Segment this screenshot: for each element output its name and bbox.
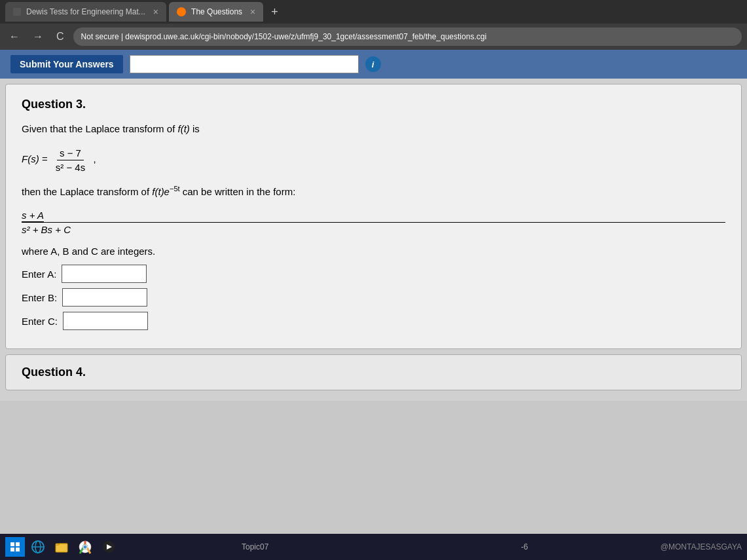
browser-chrome: Dewis Tests for Engineering Mat... × The… [0, 0, 747, 50]
start-button[interactable] [5, 537, 25, 557]
taskbar: Topic07 -6 @MONTAJESASGAYA [0, 534, 747, 560]
enter-a-input[interactable] [62, 265, 147, 283]
submit-button[interactable]: Submit Your Answers [10, 55, 123, 73]
where-text: where A, B and C are integers. [22, 246, 725, 257]
back-button[interactable]: ← [5, 28, 24, 45]
tab1-favicon [13, 8, 21, 16]
enter-c-label: Enter C: [22, 316, 58, 327]
taskbar-watermark: @MONTAJESASGAYA [661, 542, 742, 551]
media-player-icon[interactable] [98, 536, 119, 557]
address-bar[interactable] [73, 28, 742, 46]
nav-bar: ← → C [0, 24, 747, 50]
question3-intro: Given that the Laplace transform of f(t)… [22, 122, 725, 137]
question3-title: Question 3. [22, 98, 725, 111]
tab-bar: Dewis Tests for Engineering Mat... × The… [0, 0, 747, 24]
top-answer-field[interactable] [130, 55, 359, 73]
tab2-close[interactable]: × [250, 7, 255, 17]
question4-box: Question 4. [5, 354, 742, 390]
fs-formula: F(s) = s − 7 s² − 4s , [22, 147, 725, 173]
question4-title: Question 4. [22, 365, 725, 379]
ie-icon[interactable] [27, 536, 48, 557]
fraction-numerator: s − 7 [57, 147, 84, 160]
chrome-icon[interactable] [75, 536, 96, 557]
submit-bar: Submit Your Answers i [0, 50, 747, 79]
svg-rect-2 [10, 548, 14, 551]
tab-2[interactable]: The Questions × [169, 2, 263, 22]
enter-c-line: Enter C: [22, 312, 725, 330]
refresh-button[interactable]: C [52, 28, 68, 45]
tab2-favicon [177, 7, 186, 16]
svg-rect-1 [16, 542, 20, 546]
enter-b-input[interactable] [62, 288, 147, 307]
fs-fraction: s − 7 s² − 4s [53, 147, 88, 173]
forward-button[interactable]: → [29, 28, 47, 45]
form-numerator: s + A [22, 210, 44, 222]
comma: , [93, 153, 96, 164]
form-numerator-row: s + A [22, 210, 725, 222]
exponent: −5t [170, 185, 180, 193]
page-content: Submit Your Answers i Question 3. Given … [0, 50, 747, 534]
form-denominator-row: s² + Bs + C [22, 222, 725, 235]
tab1-close[interactable]: × [153, 7, 158, 17]
tab2-label: The Questions [191, 7, 242, 16]
tab-1[interactable]: Dewis Tests for Engineering Mat... × [5, 2, 166, 22]
svg-point-11 [84, 546, 87, 549]
taskbar-topic: Topic07 [122, 542, 388, 551]
taskbar-center: -6 [391, 542, 657, 551]
svg-rect-3 [16, 548, 20, 551]
fte-symbol: f(t)e [152, 186, 170, 197]
Fs-label: F(s) = [22, 153, 48, 164]
enter-c-input[interactable] [63, 312, 148, 330]
tab1-label: Dewis Tests for Engineering Mat... [26, 7, 145, 16]
questions-area: Question 3. Given that the Laplace trans… [0, 79, 747, 401]
enter-b-label: Enter B: [22, 292, 57, 303]
new-tab-button[interactable]: + [266, 5, 283, 19]
enter-a-line: Enter A: [22, 265, 725, 283]
ft-symbol: f(t) [177, 123, 189, 134]
form-fraction: s + A s² + Bs + C [22, 210, 725, 235]
enter-b-line: Enter B: [22, 288, 725, 307]
fraction-denominator: s² − 4s [53, 160, 88, 173]
file-explorer-icon[interactable] [51, 536, 72, 557]
svg-rect-0 [10, 542, 14, 546]
info-icon[interactable]: i [365, 56, 381, 72]
enter-a-label: Enter A: [22, 269, 56, 280]
transform-line: then the Laplace transform of f(t)e−5t c… [22, 183, 725, 200]
question3-box: Question 3. Given that the Laplace trans… [5, 84, 742, 349]
